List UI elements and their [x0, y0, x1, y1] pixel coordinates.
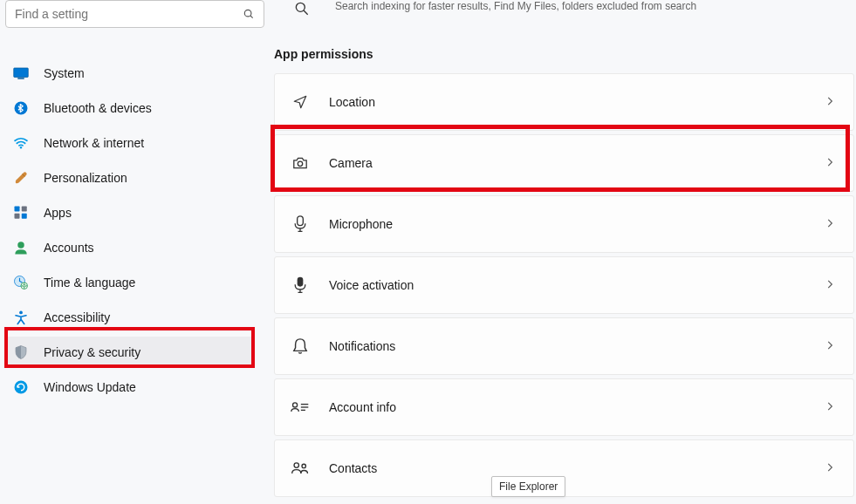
svg-point-6 [20, 146, 22, 148]
svg-rect-10 [22, 214, 27, 219]
shield-icon [12, 344, 30, 361]
card-notifications[interactable]: Notifications [274, 317, 854, 375]
chevron-right-icon [824, 95, 838, 109]
wifi-icon [12, 134, 30, 152]
sidebar-item-label: Accessibility [44, 310, 110, 324]
microphone-solid-icon [291, 276, 310, 295]
chevron-right-icon [824, 217, 838, 231]
sidebar-item-label: Windows Update [44, 380, 136, 394]
section-title: App permissions [274, 47, 856, 61]
svg-rect-19 [298, 216, 304, 226]
sidebar-item-bluetooth[interactable]: Bluetooth & devices [5, 92, 255, 124]
card-label: Location [329, 95, 375, 109]
chevron-right-icon [824, 156, 838, 170]
svg-point-25 [294, 463, 298, 467]
svg-point-0 [244, 10, 251, 17]
brush-icon [12, 169, 30, 187]
card-camera[interactable]: Camera [274, 134, 854, 192]
main-content: Search indexing for faster results, Find… [262, 0, 856, 504]
svg-rect-9 [15, 214, 20, 219]
svg-line-1 [250, 16, 253, 18]
clock-globe-icon [12, 274, 30, 291]
search-settings-icon [286, 0, 318, 17]
chevron-right-icon [824, 278, 838, 292]
svg-point-11 [17, 242, 24, 249]
sidebar-item-label: Personalization [44, 171, 127, 185]
svg-rect-20 [298, 277, 304, 287]
sidebar-item-accounts[interactable]: Accounts [5, 232, 255, 263]
svg-rect-8 [22, 207, 27, 212]
svg-rect-2 [14, 68, 29, 78]
svg-point-18 [298, 161, 302, 166]
sidebar-item-system[interactable]: System [5, 58, 255, 89]
top-summary-desc: Search indexing for faster results, Find… [335, 0, 696, 12]
search-wrap [5, 0, 264, 28]
sidebar-item-label: Time & language [44, 276, 135, 289]
card-label: Account info [329, 400, 396, 414]
sidebar: System Bluetooth & devices Network & int… [0, 0, 262, 504]
top-summary-row[interactable]: Search indexing for faster results, Find… [274, 0, 856, 26]
accessibility-icon [12, 309, 30, 326]
sidebar-item-privacy[interactable]: Privacy & security [5, 337, 255, 368]
sidebar-item-label: Apps [44, 206, 72, 220]
card-label: Notifications [329, 339, 395, 353]
card-label: Microphone [329, 217, 393, 231]
card-label: Camera [329, 156, 373, 170]
sidebar-item-personalization[interactable]: Personalization [5, 162, 255, 194]
search-icon[interactable] [240, 5, 257, 23]
nav-list: System Bluetooth & devices Network & int… [5, 40, 255, 403]
sidebar-item-apps[interactable]: Apps [5, 197, 255, 228]
chevron-right-icon [824, 461, 838, 475]
apps-icon [12, 204, 30, 221]
svg-point-16 [296, 3, 305, 11]
card-account-info[interactable]: Account info [274, 378, 854, 436]
card-microphone[interactable]: Microphone [274, 195, 854, 253]
svg-point-21 [293, 403, 298, 407]
svg-point-15 [15, 381, 28, 394]
bell-icon [291, 337, 310, 356]
sidebar-item-update[interactable]: Windows Update [5, 371, 255, 403]
sidebar-item-accessibility[interactable]: Accessibility [5, 302, 255, 333]
person-icon [12, 239, 30, 256]
sidebar-item-label: Network & internet [44, 136, 144, 150]
monitor-icon [12, 65, 30, 82]
tooltip: File Explorer [491, 476, 565, 497]
svg-line-17 [304, 10, 308, 15]
microphone-icon [291, 215, 310, 234]
update-icon [12, 378, 30, 396]
sidebar-item-label: System [44, 66, 85, 80]
permission-cards: Location Camera Microphone [274, 73, 856, 497]
camera-icon [291, 153, 310, 173]
chevron-right-icon [824, 339, 838, 353]
card-label: Contacts [329, 461, 377, 475]
sidebar-item-label: Accounts [44, 241, 94, 255]
card-label: Voice activation [329, 278, 414, 292]
card-location[interactable]: Location [274, 73, 854, 131]
sidebar-item-label: Bluetooth & devices [44, 101, 152, 115]
sidebar-item-time[interactable]: Time & language [5, 267, 255, 298]
svg-point-14 [19, 311, 23, 315]
location-arrow-icon [291, 92, 310, 112]
svg-point-26 [302, 464, 305, 467]
svg-rect-7 [15, 207, 20, 212]
search-input[interactable] [5, 0, 264, 28]
svg-rect-4 [17, 78, 24, 79]
card-voice-activation[interactable]: Voice activation [274, 256, 854, 314]
contacts-icon [291, 459, 310, 478]
account-card-icon [291, 398, 310, 417]
sidebar-item-network[interactable]: Network & internet [5, 127, 255, 159]
sidebar-item-label: Privacy & security [44, 345, 140, 359]
chevron-right-icon [824, 400, 838, 414]
bluetooth-icon [12, 99, 30, 117]
